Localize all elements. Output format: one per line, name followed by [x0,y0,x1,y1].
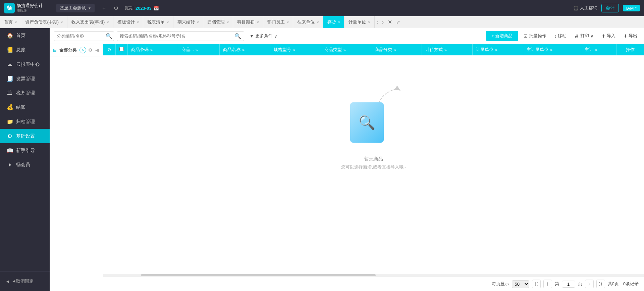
tab-tax-list[interactable]: 税表清单 × [143,16,173,28]
tab-dept-staff[interactable]: 部门员工 × [263,16,293,28]
empty-subtitle: 您可以选择新增,或者直接导入哦~ [341,164,406,170]
tab-template[interactable]: 模版设计 × [113,16,143,28]
tab-inventory-close[interactable]: × [338,20,340,24]
classify-search-input[interactable] [57,34,104,39]
settings-icon[interactable]: ⚙ [111,3,121,13]
tab-period-close[interactable]: × [197,20,199,24]
tab-period-label: 期末结转 [177,19,195,25]
sidebar-item-cloud-reports[interactable]: ☁ 云报表中心 [0,57,50,71]
import-button[interactable]: ⬆ 导入 [599,32,618,40]
table-container: ⚙ 商品条码⇅ 商品...⇅ 商品名称⇅ [103,44,644,274]
scrollbar-thumb[interactable] [141,274,376,276]
cloud-icon: ☁ [7,61,13,67]
left-panel-actions: ✎ ⚙ ◀ [79,47,100,53]
tab-unit-close[interactable]: × [368,20,370,24]
tab-scroll-left-button[interactable]: ‹ [375,16,380,28]
count-sort-icon: ⇅ [595,48,597,52]
sidebar-item-invoice[interactable]: 🧾 发票管理 [0,71,50,86]
iam-badge[interactable]: iAM * [623,5,640,11]
print-button[interactable]: 🖨 打印 ∨ [572,32,596,40]
account-button[interactable]: 会计 [601,4,619,12]
tab-archive[interactable]: 归档管理 × [203,16,233,28]
product-table: ⚙ 商品条码⇅ 商品...⇅ 商品名称⇅ [103,44,644,55]
all-category-label[interactable]: 全部分类 [59,47,77,53]
calendar-icon[interactable]: 📅 [154,6,159,11]
th-product-code[interactable]: 商品...⇅ [178,44,220,55]
category-settings-button[interactable]: ⚙ [88,47,93,53]
select-all-checkbox[interactable] [119,47,124,51]
tab-income[interactable]: 收入支出表(年报) × [67,16,113,28]
main-search-input[interactable] [120,34,232,39]
classify-search-icon[interactable]: 🔍 [106,33,112,39]
tab-unit[interactable]: 计量单位 × [344,16,374,28]
main-search-icon[interactable]: 🔍 [234,33,241,39]
tab-close-all-button[interactable]: ✕ [386,16,394,28]
workspace-selector[interactable]: 基层工会测试 ▼ [56,4,95,12]
tab-period-carry[interactable]: 期末结转 × [173,16,203,28]
more-filter-button[interactable]: ▼ 更多条件 ∨ [247,32,280,40]
th-spec[interactable]: 规格型号⇅ [270,44,321,55]
th-product-name[interactable]: 商品名称⇅ [220,44,270,55]
sidebar-item-checkout[interactable]: 💰 结账 [0,100,50,114]
sidebar-item-guide[interactable]: 📖 新手引导 [0,143,50,158]
th-checkbox[interactable] [115,44,127,55]
sidebar-item-member[interactable]: ♦ 畅会员 [0,158,50,172]
tab-homepage[interactable]: 首页 × [0,16,21,28]
category-edit-button[interactable]: ✎ [79,47,86,53]
page-first-button[interactable]: ⟨⟨ [532,280,541,288]
unit-sort-icon: ⇅ [495,48,497,52]
app-name: 畅捷通好会计 [17,3,43,8]
batch-op-button[interactable]: ☑ 批量操作 [521,32,549,40]
ledger-icon: 📒 [7,47,13,53]
page-next-button[interactable]: ⟩ [585,280,594,288]
page-prev-button[interactable]: ⟨ [543,280,552,288]
unpin-button[interactable]: ◄ ◄取消固定 [0,275,50,288]
add-product-button[interactable]: + 新增商品 [486,31,518,41]
tab-balance-close[interactable]: × [61,20,63,24]
tab-homepage-close[interactable]: × [15,20,17,24]
horizontal-scrollbar[interactable] [103,274,644,277]
sidebar-item-archive[interactable]: 📁 归档管理 [0,114,50,129]
tab-contact[interactable]: 往来单位 × [293,16,323,28]
sidebar-item-ledger[interactable]: 📒 总账 [0,43,50,57]
th-price-method[interactable]: 计价方式⇅ [422,44,473,55]
tab-expand-button[interactable]: ⤢ [394,16,402,28]
th-main-count[interactable]: 主计⇅ [581,44,616,55]
page-last-button[interactable]: ⟩⟩ [596,280,605,288]
tab-subject-initial[interactable]: 科目期初 × [233,16,263,28]
th-settings[interactable]: ⚙ [103,44,115,55]
tab-archive-close[interactable]: × [227,20,229,24]
th-product-type[interactable]: 商品类型⇅ [321,44,371,55]
category-collapse-button[interactable]: ◀ [95,47,100,53]
period-value[interactable]: 2023-03 [136,6,152,11]
sidebar-item-tax[interactable]: 🏛 税务管理 [0,86,50,100]
th-main-unit[interactable]: 主计量单位⇅ [523,44,581,55]
headset-icon: 🎧 [573,6,579,11]
tab-contact-close[interactable]: × [317,20,319,24]
th-barcode[interactable]: 商品条码⇅ [127,44,178,55]
page-size-dropdown[interactable]: 50 10 20 100 [512,280,529,288]
tab-balance-sheet[interactable]: 资产负债表(中期) × [21,16,67,28]
tab-scroll-right-button[interactable]: › [380,16,386,28]
tab-inventory[interactable]: 存货 × [323,16,344,28]
archive-icon: 📁 [7,118,13,125]
tab-subject-close[interactable]: × [257,20,259,24]
export-button[interactable]: ⬇ 导出 [621,32,640,40]
sidebar-item-basic-settings[interactable]: ⚙ 基础设置 [0,129,50,143]
human-service-button[interactable]: 🎧 人工咨询 [573,5,597,11]
add-tab-button[interactable]: ＋ [99,3,109,13]
page-number-input[interactable] [562,281,575,288]
tab-dept-close[interactable]: × [287,20,289,24]
svg-marker-0 [394,86,400,91]
tab-template-close[interactable]: × [137,20,139,24]
sidebar-item-home[interactable]: 🏠 首页 [0,28,50,43]
move-button[interactable]: ↕ 移动 [552,32,570,40]
th-category[interactable]: 商品分类⇅ [371,44,422,55]
tab-income-close[interactable]: × [107,20,109,24]
pagination-bar: 每页显示 50 10 20 100 ⟨⟨ ⟨ 第 页 ⟩ [103,277,644,291]
tab-tax-label: 税表清单 [147,19,165,25]
th-category-label: 商品分类 [375,47,392,53]
th-unit[interactable]: 计量单位⇅ [472,44,523,55]
tab-tax-close[interactable]: × [167,20,169,24]
print-icon: 🖨 [575,34,579,39]
